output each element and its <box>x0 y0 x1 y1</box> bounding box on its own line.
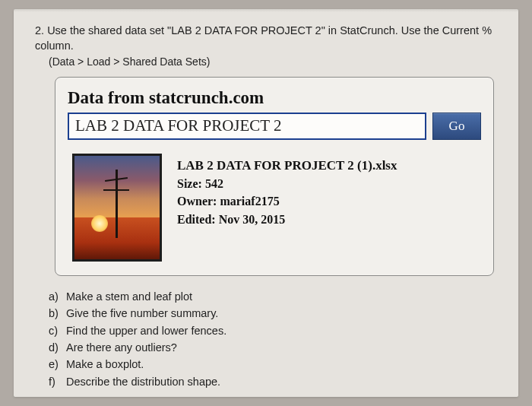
size-label: Size: <box>177 177 202 190</box>
list-item: e) Make a boxplot. <box>49 356 497 373</box>
item-letter: c) <box>49 322 62 339</box>
list-item: b) Give the five number summary. <box>49 305 497 322</box>
result-edited: Edited: Nov 30, 2015 <box>177 211 397 228</box>
question-body: Use the shared data set "LAB 2 DATA FOR … <box>35 24 492 52</box>
item-text: Describe the distribution shape. <box>66 373 220 390</box>
edited-value: Nov 30, 2015 <box>219 213 286 226</box>
item-text: Make a boxplot. <box>66 356 144 373</box>
item-letter: b) <box>49 305 62 322</box>
item-text: Make a stem and leaf plot <box>66 288 192 305</box>
list-item: f) Describe the distribution shape. <box>49 373 497 390</box>
panel-heading: Data from statcrunch.com <box>68 88 481 108</box>
item-text: Find the upper and lower fences. <box>66 322 226 339</box>
search-input[interactable] <box>68 113 426 140</box>
document-page: 2. Use the shared data set "LAB 2 DATA F… <box>14 9 518 397</box>
result-size: Size: 542 <box>177 175 397 192</box>
item-letter: f) <box>49 373 62 390</box>
size-value: 542 <box>205 177 223 190</box>
question-prompt: 2. Use the shared data set "LAB 2 DATA F… <box>35 23 497 54</box>
result-metadata: LAB 2 DATA FOR PROJECT 2 (1).xlsx Size: … <box>177 154 397 262</box>
statcrunch-panel: Data from statcrunch.com Go LAB 2 DATA F… <box>55 77 494 276</box>
search-row: Go <box>68 113 481 140</box>
go-button[interactable]: Go <box>432 113 481 140</box>
list-item: c) Find the upper and lower fences. <box>49 322 497 339</box>
question-subpath: (Data > Load > Shared Data Sets) <box>49 56 497 68</box>
result-title: LAB 2 DATA FOR PROJECT 2 (1).xlsx <box>177 157 397 176</box>
edited-label: Edited: <box>177 213 216 226</box>
item-letter: d) <box>49 339 62 356</box>
item-text: Are there any outliers? <box>66 339 177 356</box>
search-result: LAB 2 DATA FOR PROJECT 2 (1).xlsx Size: … <box>68 154 481 262</box>
item-text: Give the five number summary. <box>66 305 218 322</box>
result-owner: Owner: mariaf2175 <box>177 192 397 210</box>
crossbar2-icon <box>103 189 129 191</box>
subquestion-list: a) Make a stem and leaf plot b) Give the… <box>49 288 497 391</box>
owner-value: mariaf2175 <box>220 195 279 208</box>
item-letter: a) <box>49 288 62 305</box>
list-item: d) Are there any outliers? <box>49 339 497 356</box>
question-number: 2. <box>35 24 44 36</box>
sun-icon <box>91 215 108 232</box>
list-item: a) Make a stem and leaf plot <box>49 288 497 305</box>
owner-label: Owner: <box>177 195 217 208</box>
result-thumbnail[interactable] <box>72 154 162 262</box>
item-letter: e) <box>49 356 62 373</box>
